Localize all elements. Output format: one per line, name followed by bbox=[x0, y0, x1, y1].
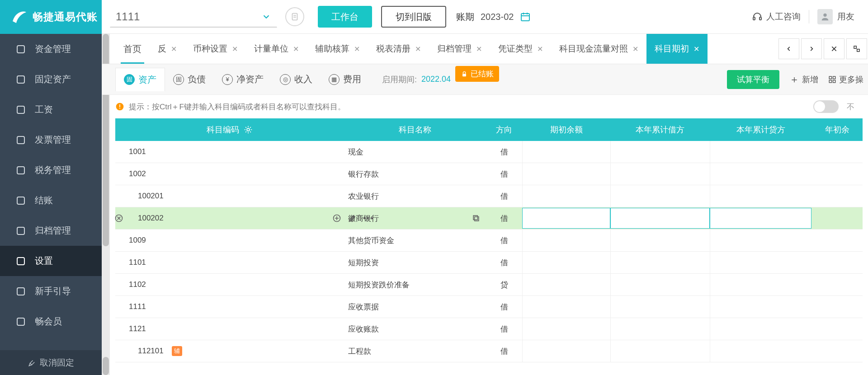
tab-close-icon[interactable]: ✕ bbox=[476, 45, 482, 53]
cell-open-balance[interactable] bbox=[522, 185, 610, 207]
cell-ytd-debit[interactable] bbox=[610, 318, 710, 340]
new-button[interactable]: ＋新增 bbox=[789, 73, 818, 86]
cell-ytd-credit[interactable] bbox=[710, 230, 811, 251]
sidebar-item-close[interactable]: 结账 bbox=[0, 185, 102, 216]
cell-open-balance[interactable] bbox=[522, 318, 610, 340]
subtab-4[interactable]: ▦费用 bbox=[321, 68, 369, 91]
sidebar-item-salary[interactable]: 工资 bbox=[0, 94, 102, 125]
workbench-button[interactable]: 工作台 bbox=[318, 6, 372, 28]
cell-ytd-credit[interactable] bbox=[710, 163, 811, 185]
tab-close-icon[interactable]: ✕ bbox=[171, 45, 177, 53]
enterprise-selector[interactable]: 1111 bbox=[110, 6, 277, 28]
table-row[interactable]: 1101短期投资借 bbox=[115, 252, 863, 274]
toggle-switch[interactable] bbox=[813, 100, 839, 113]
table-row[interactable]: 1009其他货币资金借 bbox=[115, 230, 863, 252]
tab-close-icon[interactable]: ✕ bbox=[415, 45, 421, 53]
tab-0[interactable]: 首页 bbox=[115, 34, 150, 64]
col-year-init[interactable]: 年初余 bbox=[811, 124, 863, 135]
tabs-expand-button[interactable] bbox=[846, 38, 867, 59]
cell-ytd-credit[interactable] bbox=[710, 252, 811, 273]
trial-balance-button[interactable]: 试算平衡 bbox=[727, 70, 779, 89]
sidebar-item-invoice[interactable]: 发票管理 bbox=[0, 125, 102, 155]
col-open-balance[interactable]: 期初余额 bbox=[522, 124, 610, 135]
subtab-3[interactable]: ◎收入 bbox=[272, 68, 321, 91]
tab-close-icon[interactable]: ✕ bbox=[537, 45, 543, 53]
cell-ytd-debit[interactable] bbox=[610, 340, 710, 362]
tab-2[interactable]: 币种设置✕ bbox=[185, 34, 246, 64]
table-row[interactable]: 112101辅工程款借 bbox=[115, 340, 863, 362]
cell-ytd-debit[interactable] bbox=[610, 230, 710, 251]
row-copy-icon[interactable] bbox=[472, 214, 481, 223]
tab-5[interactable]: 税表清册✕ bbox=[368, 34, 429, 64]
unpin-sidebar-button[interactable]: 取消固定 bbox=[0, 350, 102, 375]
table-row[interactable]: 1102短期投资跌价准备贷 bbox=[115, 274, 863, 296]
tab-1[interactable]: 反✕ bbox=[150, 34, 185, 64]
cell-ytd-credit[interactable] bbox=[710, 296, 811, 318]
cell-ytd-credit[interactable] bbox=[710, 340, 811, 362]
cell-open-balance[interactable] bbox=[522, 340, 610, 362]
col-name[interactable]: 科目名称 bbox=[344, 124, 486, 135]
enable-period-value[interactable]: 2022.04 bbox=[421, 75, 451, 84]
cell-ytd-debit[interactable] bbox=[610, 185, 710, 207]
cell-ytd-debit[interactable] bbox=[610, 296, 710, 318]
more-actions-button[interactable]: 更多操 bbox=[828, 74, 863, 85]
table-row[interactable]: 1002银行存款借 bbox=[115, 163, 863, 185]
sidebar-item-settings[interactable]: 设置 bbox=[0, 246, 102, 276]
tab-9[interactable]: 科目期初✕ bbox=[646, 34, 708, 64]
user-menu[interactable]: 用友 bbox=[817, 9, 854, 24]
table-row[interactable]: 100201农业银行借 bbox=[115, 185, 863, 207]
col-ytd-debit[interactable]: 本年累计借方 bbox=[610, 124, 710, 135]
subtab-2[interactable]: ¥净资产 bbox=[214, 68, 272, 91]
cell-open-balance[interactable] bbox=[522, 208, 610, 229]
col-code[interactable]: 科目编码 bbox=[115, 124, 344, 135]
tabs-prev-button[interactable] bbox=[778, 38, 799, 59]
col-ytd-credit[interactable]: 本年累计贷方 bbox=[710, 124, 811, 135]
cell-ytd-debit[interactable] bbox=[610, 274, 710, 295]
sidebar-item-money[interactable]: 资金管理 bbox=[0, 34, 102, 64]
table-row[interactable]: 1001现金借 bbox=[115, 141, 863, 163]
sidebar-item-fixed[interactable]: 固定资产 bbox=[0, 64, 102, 94]
row-add-icon[interactable] bbox=[332, 214, 341, 223]
consult-link[interactable]: 人工咨询 bbox=[752, 11, 801, 23]
cell-ytd-debit[interactable] bbox=[610, 252, 710, 273]
cell-open-balance[interactable] bbox=[522, 230, 610, 251]
table-row[interactable]: 1121应收账款借 bbox=[115, 318, 863, 340]
cell-ytd-credit[interactable] bbox=[710, 185, 811, 207]
tab-close-icon[interactable]: ✕ bbox=[693, 45, 699, 53]
cell-open-balance[interactable] bbox=[522, 141, 610, 163]
cell-ytd-credit[interactable] bbox=[710, 141, 811, 163]
tab-7[interactable]: 凭证类型✕ bbox=[490, 34, 551, 64]
tab-close-icon[interactable]: ✕ bbox=[354, 45, 360, 53]
tabs-next-button[interactable] bbox=[801, 38, 822, 59]
cell-ytd-debit[interactable] bbox=[610, 208, 710, 229]
cell-open-balance[interactable] bbox=[522, 296, 610, 318]
period-value[interactable]: 2023-02 bbox=[481, 12, 514, 22]
cell-open-balance[interactable] bbox=[522, 163, 610, 185]
calendar-icon[interactable] bbox=[520, 11, 531, 22]
cell-ytd-credit[interactable] bbox=[710, 318, 811, 340]
subtab-0[interactable]: 固资产 bbox=[115, 68, 165, 91]
subtab-1[interactable]: 固负债 bbox=[165, 68, 214, 91]
row-delete-icon[interactable] bbox=[114, 214, 123, 223]
sidebar-item-vip[interactable]: 畅会员 bbox=[0, 306, 102, 337]
sidebar-item-guide[interactable]: 新手引导 bbox=[0, 276, 102, 306]
switch-old-button[interactable]: 切到旧版 bbox=[381, 6, 446, 28]
cell-ytd-credit[interactable] bbox=[710, 274, 811, 295]
cell-open-balance[interactable] bbox=[522, 252, 610, 273]
sidebar-item-archive[interactable]: 归档管理 bbox=[0, 216, 102, 246]
tabs-close-button[interactable] bbox=[824, 38, 844, 59]
cell-open-balance[interactable] bbox=[522, 274, 610, 295]
tab-close-icon[interactable]: ✕ bbox=[232, 45, 238, 53]
table-row[interactable]: 1111应收票据借 bbox=[115, 296, 863, 318]
gear-icon[interactable] bbox=[244, 125, 253, 134]
tab-close-icon[interactable]: ✕ bbox=[293, 45, 299, 53]
clipboard-button[interactable] bbox=[285, 7, 304, 26]
col-dir[interactable]: 方向 bbox=[486, 124, 522, 135]
tab-4[interactable]: 辅助核算✕ bbox=[307, 34, 368, 64]
tab-3[interactable]: 计量单位✕ bbox=[246, 34, 307, 64]
cell-ytd-debit[interactable] bbox=[610, 141, 710, 163]
table-row[interactable]: 100202•••徽商银行借 bbox=[115, 207, 863, 230]
sidebar-item-tax[interactable]: 税务管理 bbox=[0, 155, 102, 185]
cell-ytd-debit[interactable] bbox=[610, 163, 710, 185]
tab-8[interactable]: 科目现金流量对照✕ bbox=[551, 34, 646, 64]
